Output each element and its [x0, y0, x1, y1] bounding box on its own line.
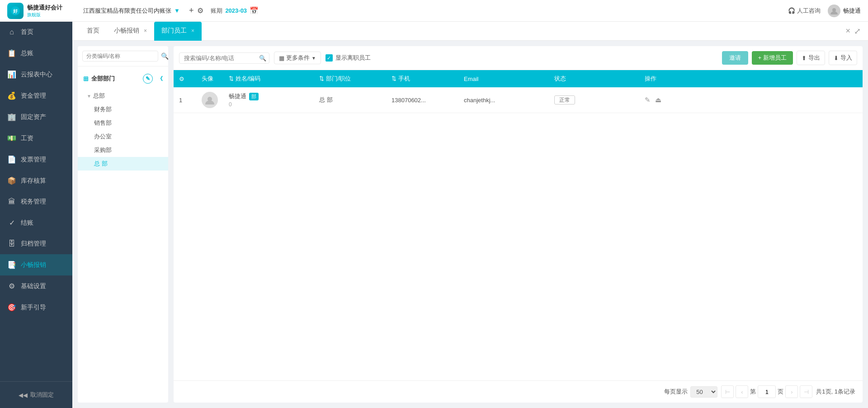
sidebar-item-guide[interactable]: 🎯 新手引导 — [0, 297, 72, 318]
search-input[interactable] — [184, 55, 256, 62]
filter-btn[interactable]: ▦ 更多条件 ▼ — [274, 52, 321, 64]
settings-icon[interactable]: ⚙ — [197, 6, 203, 15]
add-book-icon[interactable]: + — [189, 6, 194, 15]
sidebar-item-assets[interactable]: 🏢 固定资产 — [0, 106, 72, 128]
employee-dept: 总 部 — [319, 96, 333, 103]
sidebar-label-archive: 归档管理 — [21, 240, 46, 248]
export-icon: ⬆ — [802, 55, 807, 62]
sidebar-item-ledger[interactable]: 📋 总账 — [0, 43, 72, 64]
dept-child-office[interactable]: 办公室 — [78, 130, 168, 143]
col-phone[interactable]: ⇅ 手机 — [386, 70, 458, 87]
col-action: 操作 — [639, 70, 863, 87]
user-menu[interactable]: 畅捷通 — [828, 5, 861, 17]
guide-icon: 🎯 — [7, 303, 16, 312]
right-panel: 🔍 ▦ 更多条件 ▼ ✓ 显示离职员工 邀请 + 新增员工 — [174, 46, 863, 403]
tab-controls: × ⤢ — [845, 26, 861, 36]
page-input[interactable] — [758, 385, 776, 398]
sidebar-label-tax: 税务管理 — [21, 198, 46, 206]
sidebar-item-xiaochang[interactable]: 📑 小畅报销 — [0, 254, 72, 275]
tab-close-btn[interactable]: × — [845, 26, 850, 36]
sidebar-item-home[interactable]: ⌂ 首页 — [0, 22, 72, 43]
toolbar-right: 邀请 + 新增员工 ⬆ 导出 ⬇ 导入 — [722, 51, 857, 65]
resigned-checkbox[interactable]: ✓ — [326, 54, 333, 62]
col-dept[interactable]: ⇅ 部门/职位 — [314, 70, 386, 87]
per-page-select[interactable]: 50 10 20 100 — [690, 386, 717, 398]
ai-consult-btn[interactable]: 🎧 人工咨询 — [788, 7, 821, 15]
col-phone-label: 手机 — [398, 75, 410, 82]
cell-name: 畅捷通 部 0 — [223, 87, 314, 113]
left-arrow-icon: ◀◀ — [19, 392, 28, 399]
tab-home-label: 首页 — [87, 27, 99, 35]
first-page-btn[interactable]: ⊢ — [721, 385, 734, 398]
home-icon: ⌂ — [7, 28, 16, 36]
dept-child-general[interactable]: 总 部 — [78, 157, 168, 171]
archive-icon: 🗄 — [7, 240, 16, 248]
tab-home[interactable]: 首页 — [80, 22, 107, 41]
sidebar-label-capital: 资金管理 — [21, 92, 46, 100]
import-btn[interactable]: ⬇ 导入 — [829, 51, 857, 65]
sidebar-label-reports: 云报表中心 — [21, 71, 52, 79]
delete-employee-btn[interactable]: ⏏ — [655, 96, 661, 104]
tab-expand-btn[interactable]: ⤢ — [854, 26, 861, 36]
search-box: 🔍 — [179, 52, 269, 64]
left-panel: 🔍 ⊞ 全部部门 ✎ 《 ▼ 总部 财 — [78, 46, 168, 403]
sidebar-label-salary: 工资 — [21, 134, 33, 142]
sidebar-item-capital[interactable]: 💰 资金管理 — [0, 85, 72, 106]
sidebar-item-reports[interactable]: 📊 云报表中心 — [0, 64, 72, 85]
next-page-btn[interactable]: › — [785, 385, 798, 398]
table-row: 1 畅捷通 部 — [174, 87, 863, 113]
employee-code: 0 — [229, 101, 308, 108]
dept-parent-general[interactable]: ▼ 总部 — [78, 89, 168, 103]
period-calendar-icon[interactable]: 📅 — [250, 6, 259, 15]
col-name-sort-icon: ⇅ — [229, 75, 234, 82]
dept-child-finance[interactable]: 财务部 — [78, 103, 168, 116]
assets-icon: 🏢 — [7, 113, 16, 121]
tab-xiaochang[interactable]: 小畅报销 × — [107, 22, 154, 41]
cancel-fixed-btn[interactable]: ◀◀ 取消固定 — [0, 386, 72, 403]
invite-btn[interactable]: 邀请 — [722, 51, 748, 65]
tab-dept-close[interactable]: × — [191, 28, 194, 34]
toolbar: 🔍 ▦ 更多条件 ▼ ✓ 显示离职员工 邀请 + 新增员工 — [174, 46, 863, 70]
company-dropdown-icon: ▼ — [174, 7, 180, 14]
col-avatar-label: 头像 — [202, 75, 213, 82]
invoice-icon: 📄 — [7, 155, 16, 164]
show-resigned-label: 显示离职员工 — [335, 54, 371, 62]
employee-email: chanjethkj... — [464, 97, 495, 104]
sidebar-item-closing[interactable]: ✓ 结账 — [0, 212, 72, 233]
collapse-icon[interactable]: 《 — [157, 75, 163, 83]
sidebar-item-tax[interactable]: 🏛 税务管理 — [0, 191, 72, 212]
tab-xiaochang-close[interactable]: × — [144, 28, 147, 34]
last-page-btn[interactable]: ⊣ — [800, 385, 812, 398]
settings-col-icon[interactable]: ⚙ — [179, 76, 184, 82]
sidebar-item-archive[interactable]: 🗄 归档管理 — [0, 233, 72, 254]
prev-page-btn[interactable]: ‹ — [736, 385, 748, 398]
per-page-selector: 每页显示 50 10 20 100 — [664, 386, 717, 398]
tab-dept[interactable]: 部门员工 × — [154, 22, 202, 41]
sidebar-item-invoice[interactable]: 📄 发票管理 — [0, 149, 72, 170]
search-icon[interactable]: 🔍 — [259, 55, 266, 62]
dept-label-finance: 财务部 — [94, 105, 112, 114]
dept-search-icon[interactable]: 🔍 — [161, 52, 168, 60]
dept-child-purchase[interactable]: 采购部 — [78, 143, 168, 157]
show-resigned[interactable]: ✓ 显示离职员工 — [326, 54, 371, 62]
edit-dept-btn[interactable]: ✎ — [143, 74, 153, 84]
col-name[interactable]: ⇅ 姓名/编码 — [223, 70, 314, 87]
period-label: 账期 — [211, 7, 222, 15]
sidebar-item-inventory[interactable]: 📦 库存核算 — [0, 170, 72, 191]
sidebar-item-settings[interactable]: ⚙ 基础设置 — [0, 275, 72, 297]
export-btn[interactable]: ⬆ 导出 — [797, 51, 825, 65]
add-employee-btn[interactable]: + 新增员工 — [752, 51, 793, 65]
col-name-label: 姓名/编码 — [236, 75, 261, 82]
all-dept-item[interactable]: ⊞ 全部部门 ✎ 《 — [78, 70, 168, 87]
edit-employee-btn[interactable]: ✎ — [645, 96, 651, 104]
dept-child-sales[interactable]: 销售部 — [78, 116, 168, 130]
next-page-icon: › — [791, 389, 793, 395]
sidebar-item-salary[interactable]: 💵 工资 — [0, 128, 72, 149]
first-page-icon: ⊢ — [725, 389, 730, 395]
dept-search-input[interactable] — [82, 51, 158, 62]
company-selector[interactable]: 江西服宝精品有限责任公司内账张 ▼ — [80, 5, 184, 17]
sidebar-label-settings: 基础设置 — [21, 282, 46, 290]
col-phone-sort-icon: ⇅ — [392, 75, 396, 82]
dept-label-general: 总 部 — [94, 160, 108, 168]
settings-nav-icon: ⚙ — [7, 282, 16, 290]
